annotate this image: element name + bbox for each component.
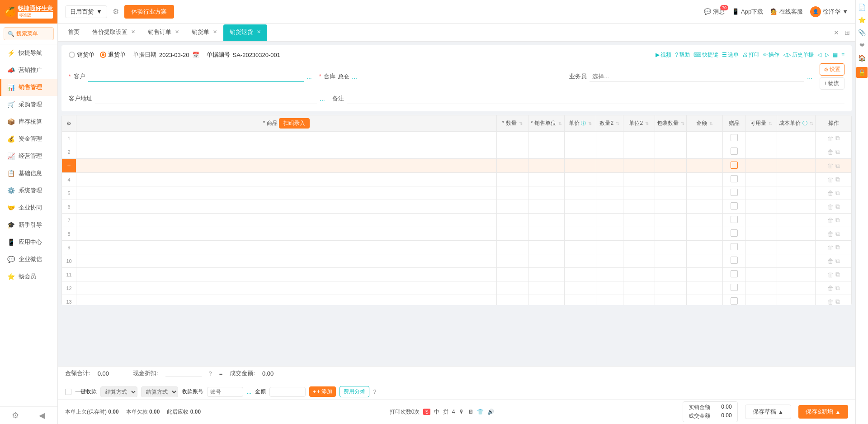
qty2-cell[interactable] [596, 173, 623, 186]
avail-sort[interactable]: ⇅ [769, 121, 772, 126]
product-cell[interactable] [76, 173, 497, 186]
product-cell[interactable] [76, 268, 497, 281]
table-view-btn[interactable]: ▦ [833, 52, 838, 58]
right-panel-clip-icon[interactable]: 📎 [858, 29, 866, 36]
price-cell[interactable] [564, 173, 596, 186]
sidebar-settings-btn[interactable]: ⚙ [4, 410, 27, 420]
account-input[interactable] [207, 387, 243, 397]
price-cell[interactable] [564, 159, 596, 173]
qty-cell[interactable] [496, 241, 528, 254]
avail-cell[interactable] [745, 281, 777, 295]
customer-select-btn[interactable]: ... [307, 73, 312, 80]
unit2-cell[interactable] [623, 227, 655, 241]
pkgqty-sort[interactable]: ⇅ [681, 121, 684, 126]
avail-cell[interactable] [745, 145, 777, 159]
message-btn[interactable]: 💬 消息 70 [704, 8, 725, 16]
qty-cell[interactable] [496, 145, 528, 159]
shortcut-link[interactable]: ⌨ 快捷键 [693, 51, 718, 59]
copy-row-icon[interactable]: ⧉ [835, 216, 840, 224]
qty2-cell[interactable] [596, 268, 623, 281]
unit2-cell[interactable] [623, 241, 655, 254]
delete-row-icon[interactable]: 🗑 [827, 271, 834, 278]
pkg-qty-cell[interactable] [655, 159, 686, 173]
prev-doc-icon[interactable]: ◁ [817, 52, 821, 58]
sidebar-item-inventory[interactable]: 📦 库存核算 [0, 113, 57, 130]
save-draft-btn[interactable]: 保存草稿 ▲ [745, 405, 792, 419]
gift-cell[interactable] [723, 145, 745, 159]
pkg-qty-cell[interactable] [655, 295, 686, 305]
sidebar-item-newguide[interactable]: 🎓 新手引导 [0, 216, 57, 233]
settings-btn[interactable]: ⚙ 设置 [820, 63, 844, 76]
sidebar-item-operations[interactable]: 📈 经营管理 [0, 148, 57, 165]
gift-checkbox[interactable] [731, 162, 738, 169]
unit-sort[interactable]: ⇅ [558, 121, 562, 126]
sidebar-collapse-btn[interactable]: ◀ [31, 410, 54, 420]
avail-cell[interactable] [745, 132, 777, 145]
product-cell[interactable] [76, 200, 497, 214]
delete-row-icon[interactable]: 🗑 [827, 298, 834, 305]
avail-cell[interactable] [745, 268, 777, 281]
price-cell[interactable] [564, 132, 596, 145]
amount-cell[interactable] [687, 241, 723, 254]
copy-row-icon[interactable]: ⧉ [835, 230, 840, 238]
qty2-cell[interactable] [596, 186, 623, 200]
close-tab-icon[interactable]: ✕ [832, 28, 841, 37]
sale-unit-cell[interactable] [528, 295, 564, 305]
copy-row-icon[interactable]: ⧉ [835, 134, 840, 142]
sidebar-item-marketing[interactable]: 📣 营销推广 [0, 62, 57, 79]
sidebar-item-basic[interactable]: 📋 基础信息 [0, 165, 57, 182]
address-input[interactable] [95, 93, 317, 104]
pkg-qty-cell[interactable] [655, 214, 686, 227]
qty-cell[interactable] [496, 132, 528, 145]
unit2-cell[interactable] [623, 145, 655, 159]
gift-checkbox[interactable] [731, 243, 738, 250]
product-cell[interactable] [76, 132, 497, 145]
gift-checkbox[interactable] [731, 297, 738, 305]
topbar-gear-icon[interactable]: ⚙ [113, 7, 119, 16]
right-panel-home-icon[interactable]: 🏠 [858, 54, 866, 62]
price-cell[interactable] [564, 186, 596, 200]
cost-cell[interactable] [777, 200, 816, 214]
qty2-cell[interactable] [596, 295, 623, 305]
tab-close-sales-order[interactable]: ✕ [175, 29, 179, 35]
amount-cell[interactable] [687, 281, 723, 295]
fee-split-btn[interactable]: 费用分摊 [340, 386, 369, 397]
customer-input[interactable] [88, 71, 304, 82]
copy-row-icon[interactable]: ⧉ [835, 298, 840, 305]
sidebar-item-member[interactable]: ⭐ 畅会员 [0, 268, 57, 285]
sale-unit-cell[interactable] [528, 214, 564, 227]
delete-row-icon[interactable]: 🗑 [827, 176, 834, 183]
avail-cell[interactable] [745, 159, 777, 173]
warehouse-select-btn[interactable]: ... [352, 73, 357, 80]
help-link[interactable]: ? 帮助 [675, 51, 690, 59]
pkg-qty-cell[interactable] [655, 227, 686, 241]
delete-row-icon[interactable]: 🗑 [827, 244, 834, 251]
unit2-cell[interactable] [623, 200, 655, 214]
gift-cell[interactable] [723, 241, 745, 254]
copy-row-icon[interactable]: ⧉ [835, 257, 840, 265]
unit2-cell[interactable] [623, 159, 655, 173]
gift-checkbox[interactable] [731, 148, 738, 155]
cost-cell[interactable] [777, 227, 816, 241]
staff-input[interactable] [590, 71, 804, 82]
copy-row-icon[interactable]: ⧉ [835, 189, 840, 197]
amount-cell[interactable] [687, 173, 723, 186]
delete-row-icon[interactable]: 🗑 [827, 203, 834, 210]
qty2-cell[interactable] [596, 159, 623, 173]
delete-row-icon[interactable]: 🗑 [827, 285, 834, 292]
amount-cell[interactable] [687, 227, 723, 241]
save-new-btn[interactable]: 保存&新增 ▲ [798, 405, 848, 419]
cost-cell[interactable] [777, 254, 816, 268]
print-link[interactable]: 🖨 打印 [742, 51, 760, 59]
sale-unit-cell[interactable] [528, 268, 564, 281]
amount-input-pay[interactable] [269, 387, 306, 397]
pkg-qty-cell[interactable] [655, 254, 686, 268]
addr-select-btn[interactable]: ... [320, 95, 325, 102]
sale-unit-cell[interactable] [528, 173, 564, 186]
tab-price-extract[interactable]: 售价提取设置 ✕ [86, 24, 142, 41]
amount-cell[interactable] [687, 186, 723, 200]
cost-cell[interactable] [777, 173, 816, 186]
price-sort[interactable]: ⇅ [588, 121, 592, 126]
search-menu-button[interactable]: 🔍 搜索菜单 [4, 27, 54, 40]
row-add-btn[interactable]: + [65, 161, 74, 170]
